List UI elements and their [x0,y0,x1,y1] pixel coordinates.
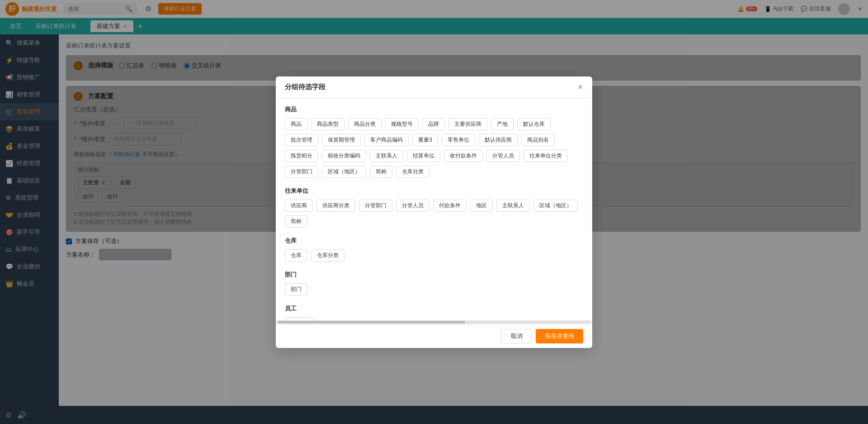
scroll-thumb [278,321,465,324]
cancel-button[interactable]: 取消 [501,329,532,343]
field-tag-0-12[interactable]: 零售单位 [442,134,475,146]
field-tag-1-0[interactable]: 供应商 [285,200,313,212]
field-tag-0-15[interactable]: 拣货积分 [285,150,318,162]
field-tag-0-4[interactable]: 品牌 [422,118,445,130]
field-tag-1-5[interactable]: 地区 [470,200,493,212]
field-tag-0-9[interactable]: 保质期管理 [322,134,361,146]
dialog-body[interactable]: 商品商品商品类型商品分类规格型号品牌主要供应商产地默认仓库批次管理保质期管理客户… [276,98,592,320]
field-tag-1-4[interactable]: 付款条件 [433,200,467,212]
field-tag-0-21[interactable]: 往来单位分类 [524,150,568,162]
field-tag-0-1[interactable]: 商品类型 [311,118,344,130]
field-tag-0-24[interactable]: 简称 [370,166,392,178]
field-tag-0-19[interactable]: 收付款条件 [444,150,483,162]
field-grid-3: 部门 [285,283,583,295]
field-tag-2-1[interactable]: 仓库分类 [311,249,344,262]
field-tag-0-7[interactable]: 默认仓库 [517,118,551,130]
field-selection-dialog: 分组待选字段 ✕ 商品商品商品类型商品分类规格型号品牌主要供应商产地默认仓库批次… [276,76,592,348]
field-tag-4-0[interactable]: 业务员 [285,317,313,320]
field-section-2: 仓库仓库仓库分类 [285,237,583,262]
field-tag-0-16[interactable]: 税收分类编码 [322,150,366,162]
horizontal-scrollbar[interactable] [276,320,592,324]
field-section-0: 商品商品商品类型商品分类规格型号品牌主要供应商产地默认仓库批次管理保质期管理客户… [285,105,583,178]
field-tag-0-20[interactable]: 分管人员 [486,150,520,162]
field-tag-0-8[interactable]: 批次管理 [285,134,318,146]
field-tag-0-22[interactable]: 分管部门 [285,166,318,178]
field-tag-0-17[interactable]: 主联系人 [370,150,403,162]
field-section-title-4: 员工 [285,305,583,313]
field-tag-0-18[interactable]: 结算单位 [407,150,440,162]
field-tag-0-23[interactable]: 区域（地区） [322,166,366,178]
field-tag-0-11[interactable]: 重量3 [412,134,438,146]
field-grid-0: 商品商品类型商品分类规格型号品牌主要供应商产地默认仓库批次管理保质期管理客户商品… [285,118,583,178]
field-tag-0-25[interactable]: 仓库分类 [396,166,429,178]
field-tag-1-7[interactable]: 区域（地区） [533,200,578,212]
field-section-3: 部门部门 [285,271,583,295]
field-section-title-0: 商品 [285,105,583,114]
field-section-4: 员工业务员 [285,305,583,320]
field-tag-0-13[interactable]: 默认供应商 [479,134,518,146]
field-section-title-2: 仓库 [285,237,583,245]
field-tag-0-2[interactable]: 商品分类 [348,118,382,130]
dialog-title: 分组待选字段 [285,83,326,91]
field-section-title-1: 往来单位 [285,187,583,195]
dialog-header: 分组待选字段 ✕ [276,76,592,98]
field-tag-0-6[interactable]: 产地 [491,118,514,130]
field-section-title-3: 部门 [285,271,583,279]
field-tag-1-1[interactable]: 供应商分类 [316,200,355,212]
field-tag-1-8[interactable]: 简称 [285,215,307,228]
field-tag-0-0[interactable]: 商品 [285,118,307,130]
field-tag-0-10[interactable]: 客户商品编码 [364,134,409,146]
field-tag-0-5[interactable]: 主要供应商 [448,118,487,130]
field-tag-0-14[interactable]: 商品别名 [521,134,555,146]
field-tag-1-2[interactable]: 分管部门 [359,200,392,212]
field-tag-3-0[interactable]: 部门 [285,283,307,295]
field-grid-1: 供应商供应商分类分管部门分管人员付款条件地区主联系人区域（地区）简称 [285,200,583,228]
field-grid-2: 仓库仓库分类 [285,249,583,262]
field-tag-1-3[interactable]: 分管人员 [396,200,429,212]
save-query-button[interactable]: 保存并查询 [536,329,583,343]
dialog-overlay: 分组待选字段 ✕ 商品商品商品类型商品分类规格型号品牌主要供应商产地默认仓库批次… [0,0,868,406]
field-tag-1-6[interactable]: 主联系人 [496,200,530,212]
field-section-1: 往来单位供应商供应商分类分管部门分管人员付款条件地区主联系人区域（地区）简称 [285,187,583,228]
field-tag-0-3[interactable]: 规格型号 [385,118,419,130]
dialog-footer: 取消 保存并查询 [276,324,592,348]
field-grid-4: 业务员 [285,317,583,320]
dialog-close-icon[interactable]: ✕ [577,83,583,91]
field-tag-2-0[interactable]: 仓库 [285,249,307,262]
scroll-track [278,321,590,324]
